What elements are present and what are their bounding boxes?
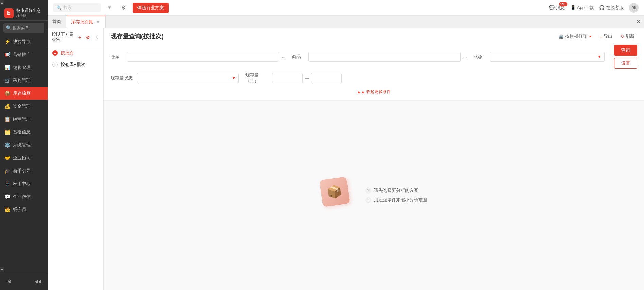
collapse-bar[interactable]: ▲▲ 收起更多条件: [111, 88, 637, 96]
warehouse-input[interactable]: [127, 52, 279, 62]
sidebar-item-operation[interactable]: 📋 经营管理: [0, 113, 48, 126]
topbar: 🔍 搜索 ▼ ⚙ 体验行业方案 💬 消息 99+ 📱 App下载 🎧 在线客服 …: [48, 0, 644, 16]
empty-illustration: 📦: [321, 178, 355, 212]
empty-tip-1: 1 请先选择要分析的方案: [365, 187, 427, 194]
tip-text-1: 请先选择要分析的方案: [374, 187, 418, 194]
topbar-dropdown-btn[interactable]: ▼: [104, 2, 115, 13]
sidebar-scroll-up[interactable]: ▲: [0, 0, 4, 5]
topbar-settings-btn[interactable]: ⚙: [118, 2, 129, 13]
export-icon: ↓: [600, 34, 603, 39]
product-more-btn[interactable]: ...: [463, 54, 467, 59]
scheme-panel: 按以下方案查询 + ⚙ 《 ● 按批次 ○ 按仓库+批次: [48, 28, 104, 290]
status-label: 状态: [474, 54, 487, 60]
scheme-add-btn[interactable]: +: [76, 34, 83, 41]
sidebar-item-wechat[interactable]: 💬 企业微信: [0, 190, 48, 203]
sidebar-item-member[interactable]: 👑 畅会员: [0, 203, 48, 216]
status-select[interactable]: ▼: [490, 52, 605, 62]
sidebar-item-purchase[interactable]: 🛒 采购管理: [0, 74, 48, 87]
scheme-item-by-batch[interactable]: ● 按批次: [48, 47, 103, 59]
sidebar-collapse-btn[interactable]: ◀◀: [33, 276, 44, 287]
system-icon: ⚙️: [4, 142, 10, 148]
newbie-icon: 🎓: [4, 168, 10, 174]
print-icon: 🖨️: [558, 34, 564, 39]
warehouse-more-btn[interactable]: ...: [282, 54, 285, 59]
page-content: 按以下方案查询 + ⚙ 《 ● 按批次 ○ 按仓库+批次 现存量查询(按批次): [48, 28, 644, 290]
collapse-up-icon: ▲▲: [357, 90, 365, 94]
inventory-status-filter: 现存量状态 ▼: [111, 73, 239, 83]
inventory-qty-min[interactable]: [272, 73, 303, 83]
sidebar: ▲ b 畅康通好生意 标准版 🔍 搜索菜单 ⚡ 快捷导航 📢 营销推广 📊 销售…: [0, 0, 48, 290]
marketing-icon: 📢: [4, 52, 10, 58]
trial-button[interactable]: 体验行业方案: [133, 3, 169, 13]
scheme-settings-btn[interactable]: ⚙: [84, 34, 91, 41]
query-button[interactable]: 查询: [614, 45, 637, 56]
sidebar-item-sales[interactable]: 📊 销售管理: [0, 61, 48, 74]
scheme-item-by-warehouse-batch[interactable]: ○ 按仓库+批次: [48, 59, 103, 70]
basics-icon: 🗂️: [4, 129, 10, 135]
topbar-search-box[interactable]: 🔍 搜索: [53, 3, 101, 12]
tab-close-btn[interactable]: ×: [95, 19, 101, 25]
operation-icon: 📋: [4, 116, 10, 122]
sidebar-scroll-down[interactable]: ▼: [0, 267, 4, 272]
sidebar-nav: ⚡ 快捷导航 📢 营销推广 📊 销售管理 🛒 采购管理 📦 库存核算 💰 资金管…: [0, 35, 48, 267]
refresh-btn[interactable]: ↻ 刷新: [618, 32, 637, 41]
sidebar-item-finance[interactable]: 💰 资金管理: [0, 100, 48, 113]
empty-state: 📦 1 请先选择要分析的方案 2 用过滤条件来缩小分析范围: [104, 101, 644, 290]
inventory-qty-filter: 现存量（主） —: [245, 72, 374, 84]
panel-close-btn[interactable]: ×: [633, 19, 644, 25]
export-btn[interactable]: ↓ 导出: [597, 32, 615, 41]
search-icon: 🔍: [6, 25, 11, 30]
scheme-panel-header: 按以下方案查询 + ⚙ 《: [48, 28, 103, 47]
sidebar-item-basics[interactable]: 🗂️ 基础信息: [0, 126, 48, 139]
inventory-status-select[interactable]: ▼: [137, 73, 239, 83]
finance-icon: 💰: [4, 103, 10, 109]
messages-btn[interactable]: 💬 消息 99+: [549, 5, 565, 11]
sales-icon: 📊: [4, 65, 10, 71]
settings-button[interactable]: 设置: [614, 58, 637, 69]
status-filter: 状态 ▼: [474, 52, 605, 62]
inventory-status-label: 现存量状态: [111, 75, 134, 81]
sidebar-item-enterprise[interactable]: 🤝 企业协同: [0, 151, 48, 164]
sidebar-bottom: ⚙ ◀◀: [0, 272, 48, 290]
scheme-collapse-btn[interactable]: 《: [92, 34, 99, 41]
app-download-btn[interactable]: 📱 App下载: [570, 5, 594, 11]
tab-batch-account[interactable]: 库存批次账 ×: [66, 16, 106, 28]
sidebar-item-newbie[interactable]: 🎓 新手引导: [0, 164, 48, 177]
inventory-qty-max[interactable]: [311, 73, 342, 83]
sidebar-item-shortcuts[interactable]: ⚡ 快捷导航: [0, 35, 48, 48]
wechat-icon: 💬: [4, 194, 10, 200]
filter-area: 仓库 ... 商品 ... 状态 ▼: [104, 41, 644, 101]
warehouse-filter: 仓库 ...: [111, 52, 285, 62]
scheme-dot-inactive: ○: [52, 62, 58, 67]
sidebar-item-appstore[interactable]: 📱 应用中心: [0, 177, 48, 190]
inventory-icon: 📦: [4, 90, 10, 96]
sidebar-item-inventory[interactable]: 📦 库存核算: [0, 87, 48, 100]
page-title: 现存量查询(按批次): [111, 32, 164, 40]
page-header: 现存量查询(按批次) 🖨️ 按模板打印 ▼ ↓ 导出 ↻ 刷新: [104, 28, 644, 41]
tab-home[interactable]: 首页: [48, 16, 66, 28]
inventory-qty-range: —: [272, 73, 342, 83]
status-arrow-icon: ▼: [597, 54, 601, 59]
service-icon: 🎧: [599, 5, 605, 10]
user-profile-btn[interactable]: Rit: [629, 3, 639, 13]
print-dropdown-icon[interactable]: ▼: [589, 35, 592, 38]
topbar-right: 💬 消息 99+ 📱 App下载 🎧 在线客服 Rit: [549, 3, 639, 13]
product-input[interactable]: [308, 52, 461, 62]
refresh-icon: ↻: [621, 34, 624, 39]
sidebar-header: b 畅康通好生意 标准版: [0, 5, 48, 21]
tabbar: 首页 库存批次账 × ×: [48, 16, 644, 28]
print-btn[interactable]: 🖨️ 按模板打印 ▼: [556, 32, 595, 41]
app-logo: b: [4, 8, 14, 18]
sidebar-item-system[interactable]: ⚙️ 系统管理: [0, 139, 48, 151]
filter-row-1: 仓库 ... 商品 ... 状态 ▼: [111, 45, 637, 69]
appstore-icon: 📱: [4, 181, 10, 187]
online-service-btn[interactable]: 🎧 在线客服: [599, 5, 624, 11]
sidebar-search[interactable]: 🔍 搜索菜单: [3, 23, 44, 33]
warehouse-label: 仓库: [111, 54, 124, 60]
sidebar-settings-btn[interactable]: ⚙: [4, 276, 15, 287]
sidebar-item-marketing[interactable]: 📢 营销推广: [0, 48, 48, 61]
empty-tip-2: 2 用过滤条件来缩小分析范围: [365, 197, 427, 203]
product-filter: 商品 ...: [292, 52, 467, 62]
app-version: 标准版: [16, 14, 41, 18]
user-avatar: Rit: [629, 3, 639, 13]
